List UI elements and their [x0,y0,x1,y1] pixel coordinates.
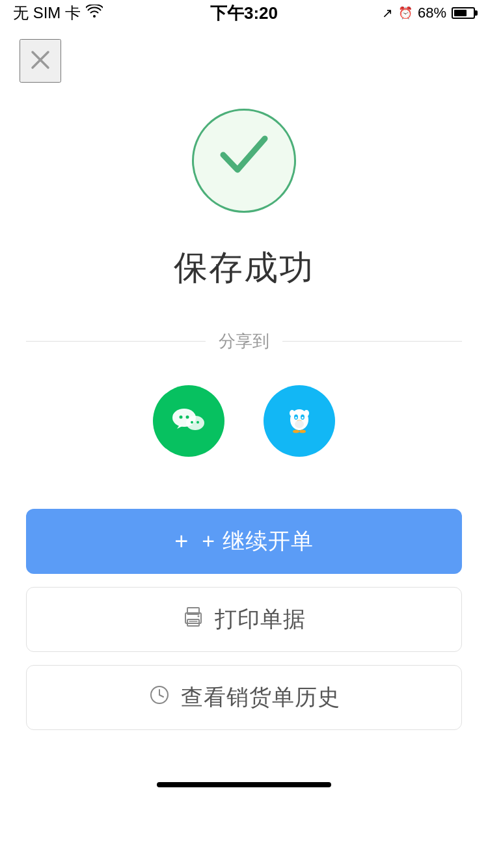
share-label: 分享到 [219,330,269,353]
svg-point-25 [198,616,200,617]
continue-label: + 继续开单 [202,526,313,556]
wifi-icon [86,5,103,21]
status-left: 无 SIM 卡 [13,3,103,23]
continue-button[interactable]: + + 继续开单 [26,509,462,574]
success-title: 保存成功 [174,245,314,291]
svg-point-4 [179,415,182,418]
svg-point-17 [299,430,306,433]
plus-icon: + [174,528,189,555]
action-buttons: + + 继续开单 打印单据 [26,509,462,730]
alarm-icon: ⏰ [398,6,413,20]
status-time: 下午3:20 [210,2,278,25]
success-icon-circle [192,109,296,213]
location-icon: ↗ [382,5,393,21]
svg-point-6 [191,421,193,424]
svg-point-19 [304,410,309,416]
carrier-text: 无 SIM 卡 [13,3,81,23]
history-label: 查看销货单历史 [181,683,340,712]
printer-icon [182,606,204,632]
print-button[interactable]: 打印单据 [26,587,462,652]
close-button[interactable] [20,39,61,83]
divider-left [26,341,206,342]
qq-share-button[interactable] [264,385,335,457]
divider-right [282,341,462,342]
print-label: 打印单据 [215,604,306,634]
status-right: ↗ ⏰ 68% [382,5,475,21]
svg-line-28 [159,695,163,697]
history-button[interactable]: 查看销货单历史 [26,665,462,730]
share-divider: 分享到 [26,330,462,353]
svg-point-5 [185,415,189,418]
wechat-share-button[interactable] [153,385,224,457]
svg-point-15 [295,420,304,428]
svg-point-18 [290,410,295,416]
svg-point-13 [302,417,304,419]
battery-icon [452,7,475,19]
svg-point-12 [295,417,297,419]
checkmark-icon [218,132,270,186]
nav-indicator [157,782,331,787]
main-content: 保存成功 分享到 [0,26,488,756]
svg-point-16 [293,430,299,433]
svg-point-7 [197,421,199,424]
share-icons-container [153,385,335,457]
svg-point-3 [186,416,204,430]
battery-percent: 68% [418,5,446,21]
clock-icon [148,684,170,711]
status-bar: 无 SIM 卡 下午3:20 ↗ ⏰ 68% [0,0,488,26]
